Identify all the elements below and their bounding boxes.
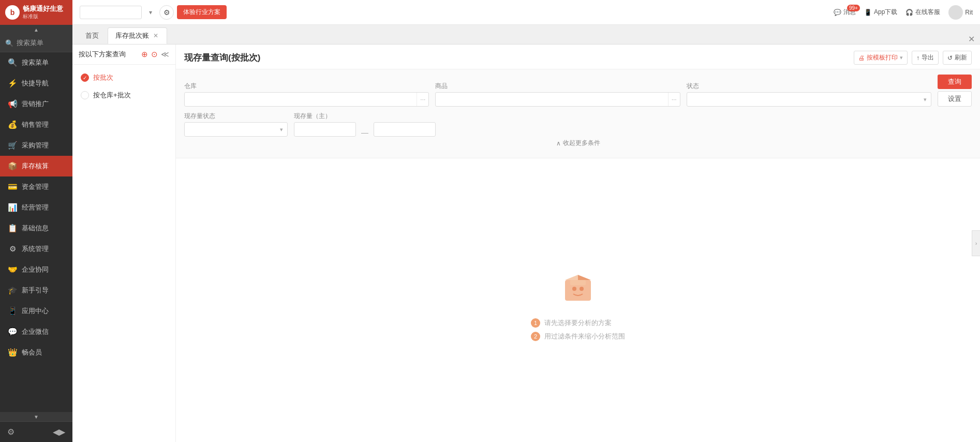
product-more-icon[interactable]: ··· [668, 93, 680, 106]
sidebar-item-appcenter[interactable]: 📱 应用中心 [0, 301, 72, 321]
nav-icon-basic: 📋 [7, 223, 18, 233]
filter-panel: 按以下方案查询 ⊕ ⊙ ≪ ✓ 按批次 按仓库+批次 [72, 45, 176, 442]
filter-item-batch[interactable]: ✓ 按批次 [72, 69, 175, 86]
print-dropdown-icon[interactable]: ▾ [900, 54, 903, 61]
warehouse-input[interactable] [185, 93, 417, 106]
refresh-btn[interactable]: ↺ 刷新 [943, 51, 972, 65]
tab-inventory-batch[interactable]: 库存批次账 ✕ [108, 27, 167, 44]
nav-icon-finance: 💳 [7, 182, 18, 192]
right-panel-toggle[interactable]: › [972, 230, 980, 256]
topbar-search-input[interactable] [80, 6, 142, 19]
nav-label-purchase: 采购管理 [22, 141, 49, 150]
settings-btn[interactable]: 设置 [938, 91, 972, 107]
app-logo: b [5, 5, 20, 20]
status-dropdown[interactable]: ▾ [687, 92, 931, 107]
warehouse-label: 仓库 [184, 82, 429, 91]
refresh-icon: ↺ [947, 54, 953, 62]
query-header-actions: 🖨 按模板打印 ▾ ↑ 导出 ↺ 刷新 [854, 51, 972, 65]
sidebar-item-purchase[interactable]: 🛒 采购管理 [0, 135, 72, 156]
sidebar-item-operation[interactable]: 📊 经营管理 [0, 197, 72, 218]
filter-item-wh-batch-dot [81, 91, 89, 99]
empty-illustration [555, 262, 601, 308]
action-buttons: 查询 设置 [938, 75, 972, 107]
app-download-btn[interactable]: 📱 App下载 [864, 8, 897, 17]
page-content: 按以下方案查询 ⊕ ⊙ ≪ ✓ 按批次 按仓库+批次 [72, 45, 980, 442]
nav-label-inventory: 库存核算 [22, 161, 49, 171]
nav-label-quicknav: 快捷导航 [22, 79, 49, 88]
filter-item-warehouse-batch[interactable]: 按仓库+批次 [72, 86, 175, 104]
sidebar-item-search[interactable]: 🔍 搜索菜单 [0, 52, 72, 73]
nav-label-search: 搜索菜单 [22, 58, 49, 67]
svg-rect-3 [570, 280, 586, 285]
query-area: 现存量查询(按批次) 🖨 按模板打印 ▾ ↑ 导出 ↺ 刷新 [176, 45, 980, 442]
nav-label-sales: 销售管理 [22, 120, 49, 129]
svg-marker-1 [565, 275, 578, 280]
sidebar-item-system[interactable]: ⚙ 系统管理 [0, 239, 72, 259]
nav-label-wechat: 企业微信 [22, 327, 49, 336]
app-download-label: App下载 [874, 8, 897, 17]
status-chevron-icon: ▾ [924, 96, 927, 103]
print-btn[interactable]: 🖨 按模板打印 ▾ [854, 51, 908, 65]
nav-label-enterprise: 企业协同 [22, 265, 49, 274]
topbar-settings-btn[interactable]: ⚙ [159, 5, 174, 20]
tab-close-btn[interactable]: ✕ [152, 32, 159, 40]
settings-footer-icon[interactable]: ⚙ [7, 427, 14, 437]
sidebar-item-marketing[interactable]: 📢 营销推广 [0, 94, 72, 114]
sidebar-header: b 畅康通好生意 标准版 [0, 0, 72, 25]
nav-icon-appcenter: 📱 [7, 306, 18, 316]
nav-icon-sales: 💰 [7, 120, 18, 130]
nav-icon-enterprise: 🤝 [7, 264, 18, 275]
topbar-dropdown-btn[interactable]: ▾ [145, 7, 156, 18]
refresh-btn-label: 刷新 [955, 53, 967, 62]
settings-filter-btn[interactable]: ⊙ [151, 50, 158, 59]
status-label: 状态 [687, 82, 931, 91]
message-btn[interactable]: 💬 消息 99+ [834, 8, 856, 17]
search-icon: 🔍 [5, 39, 13, 47]
nav-icon-quicknav: ⚡ [7, 78, 18, 89]
sidebar-scroll-down[interactable]: ▼ [0, 412, 72, 421]
filter-list: ✓ 按批次 按仓库+批次 [72, 65, 175, 108]
right-panel-close-btn[interactable]: ✕ [968, 34, 975, 44]
sidebar-item-inventory[interactable]: 📦 库存核算 [0, 156, 72, 176]
nav-icon-member: 👑 [7, 347, 18, 358]
collapse-label: 收起更多条件 [563, 139, 600, 148]
add-filter-btn[interactable]: ⊕ [141, 50, 148, 59]
nav-icon-inventory: 📦 [7, 161, 18, 171]
page-title: 现存量查询(按批次) [184, 52, 260, 64]
user-area[interactable]: Rit [948, 5, 973, 20]
filter-item-batch-dot: ✓ [81, 73, 89, 82]
sidebar-item-finance[interactable]: 💳 资金管理 [0, 176, 72, 197]
stock-status-dropdown[interactable]: ▾ [184, 122, 288, 137]
sidebar-item-member[interactable]: 👑 畅会员 [0, 342, 72, 363]
sidebar-scroll-up[interactable]: ▲ [0, 25, 72, 34]
sidebar: b 畅康通好生意 标准版 ▲ 🔍 搜索菜单 🔍 搜索菜单 ⚡ 快捷导航 📢 营销… [0, 0, 72, 442]
sidebar-item-sales[interactable]: 💰 销售管理 [0, 114, 72, 135]
sidebar-search[interactable]: 🔍 搜索菜单 [0, 34, 72, 52]
sidebar-item-wechat[interactable]: 💬 企业微信 [0, 321, 72, 342]
collapse-row[interactable]: ∧ 收起更多条件 [184, 137, 972, 153]
online-service-btn[interactable]: 🎧 在线客服 [905, 8, 940, 17]
stock-status-chevron-icon: ▾ [280, 126, 283, 133]
company-name: 畅康通好生意 [23, 5, 63, 13]
stock-main-to-input[interactable] [374, 123, 460, 136]
sidebar-item-enterprise[interactable]: 🤝 企业协同 [0, 259, 72, 280]
sidebar-item-quicknav[interactable]: ⚡ 快捷导航 [0, 73, 72, 94]
nav-label-basic: 基础信息 [22, 224, 49, 233]
collapse-filter-btn[interactable]: ≪ [161, 50, 169, 59]
query-btn[interactable]: 查询 [938, 75, 972, 89]
tab-home[interactable]: 首页 [78, 27, 107, 44]
export-btn[interactable]: ↑ 导出 [912, 51, 939, 65]
collapse-sidebar-btn[interactable]: ◀▶ [53, 427, 65, 437]
experience-btn[interactable]: 体验行业方案 [177, 5, 227, 19]
topbar-search-area: ▾ ⚙ 体验行业方案 [80, 5, 828, 20]
warehouse-more-icon[interactable]: ··· [417, 93, 428, 106]
filter-item-wh-batch-label: 按仓库+批次 [93, 91, 131, 100]
empty-tips: 1 请先选择要分析的方案 2 用过滤条件来缩小分析范围 [531, 318, 625, 341]
nav-icon-wechat: 💬 [7, 327, 18, 337]
filter-item-batch-label: 按批次 [93, 73, 113, 82]
sidebar-item-basic[interactable]: 📋 基础信息 [0, 218, 72, 239]
sidebar-item-newguide[interactable]: 🎓 新手引导 [0, 280, 72, 301]
product-input[interactable] [436, 93, 667, 106]
nav-icon-system: ⚙ [7, 244, 18, 254]
export-btn-label: 导出 [922, 53, 934, 62]
